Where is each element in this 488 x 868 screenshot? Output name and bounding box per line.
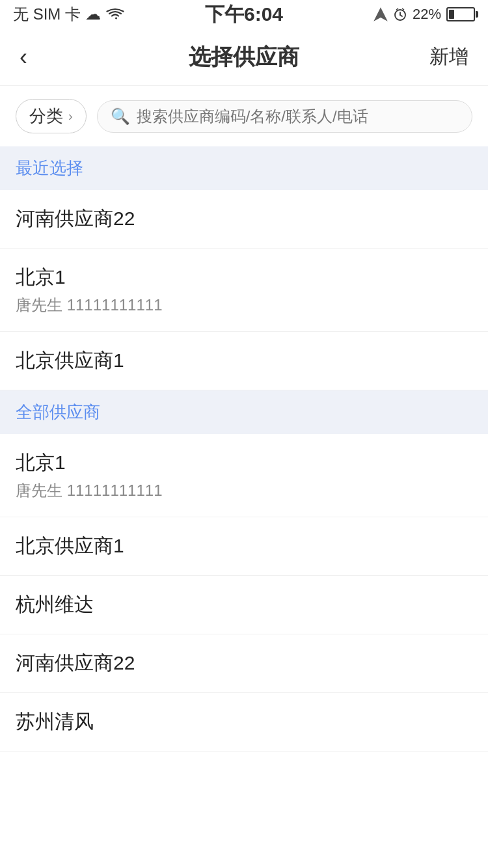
status-right: 22%	[373, 6, 475, 23]
list-item[interactable]: 杭州维达	[0, 576, 488, 634]
status-bar: 无 SIM 卡 ☁ 下午6:04 22%	[0, 0, 488, 29]
item-sub: 唐先生 11111111111	[16, 480, 472, 501]
status-time: 下午6:04	[205, 1, 283, 28]
item-name: 北京供应商1	[16, 533, 472, 560]
list-item[interactable]: 苏州清风	[0, 693, 488, 752]
item-name: 北京供应商1	[16, 347, 472, 374]
svg-line-3	[396, 8, 398, 10]
add-button[interactable]: 新增	[429, 44, 468, 70]
item-name: 北京1	[16, 450, 472, 476]
category-label: 分类	[29, 105, 63, 128]
item-name: 杭州维达	[16, 591, 472, 618]
recent-items-list: 河南供应商22 北京1 唐先生 11111111111 北京供应商1	[0, 190, 488, 390]
item-name: 北京1	[16, 264, 472, 291]
list-item[interactable]: 北京1 唐先生 11111111111	[0, 249, 488, 332]
list-item[interactable]: 河南供应商22	[0, 190, 488, 249]
nav-bar: ‹ 选择供应商 新增	[0, 29, 488, 86]
battery-icon	[446, 7, 475, 21]
item-name: 苏州清风	[16, 709, 472, 735]
sim-status: 无 SIM 卡 ☁	[13, 4, 101, 25]
recent-section-label: 最近选择	[16, 158, 83, 178]
alarm-icon	[393, 7, 407, 21]
chevron-right-icon: ›	[68, 109, 73, 124]
category-button[interactable]: 分类 ›	[16, 99, 87, 133]
status-left: 无 SIM 卡 ☁	[13, 4, 124, 25]
item-name: 河南供应商22	[16, 650, 472, 677]
list-item[interactable]: 北京供应商1	[0, 517, 488, 576]
page-title: 选择供应商	[189, 42, 299, 72]
list-item[interactable]: 北京供应商1	[0, 332, 488, 390]
battery-percent: 22%	[413, 6, 441, 23]
list-item[interactable]: 北京1 唐先生 11111111111	[0, 434, 488, 517]
all-section-header: 全部供应商	[0, 390, 488, 434]
list-item[interactable]: 河南供应商22	[0, 634, 488, 693]
filter-bar: 分类 › 🔍	[0, 86, 488, 146]
back-button[interactable]: ‹	[20, 44, 59, 71]
search-box[interactable]: 🔍	[97, 100, 472, 133]
all-section-label: 全部供应商	[16, 402, 100, 422]
item-sub: 唐先生 11111111111	[16, 295, 472, 316]
svg-line-4	[402, 8, 404, 10]
item-name: 河南供应商22	[16, 206, 472, 232]
svg-line-2	[400, 15, 402, 16]
recent-section-header: 最近选择	[0, 146, 488, 190]
all-items-list: 北京1 唐先生 11111111111 北京供应商1 杭州维达 河南供应商22 …	[0, 434, 488, 752]
wifi-icon	[106, 8, 124, 21]
search-input[interactable]	[137, 107, 459, 126]
location-icon	[373, 7, 388, 21]
search-icon: 🔍	[111, 107, 130, 126]
